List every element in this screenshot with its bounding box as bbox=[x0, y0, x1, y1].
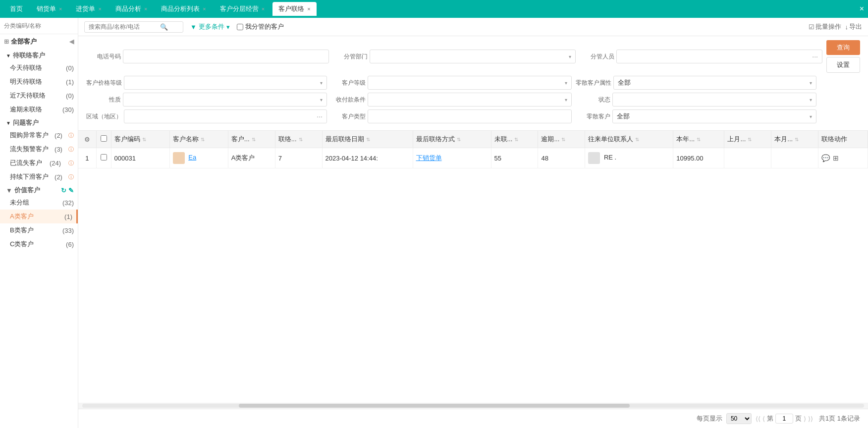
sidebar-item-tomorrow[interactable]: 明天待联络 (1) bbox=[0, 75, 78, 89]
tab-analysis-list-close[interactable]: × bbox=[203, 6, 206, 12]
last-page-button[interactable]: ⟩⟩ bbox=[808, 415, 813, 423]
sort-icon-customer-type[interactable]: ⇅ bbox=[252, 137, 256, 142]
tab-analysis-close[interactable]: × bbox=[144, 6, 147, 12]
close-all-button[interactable]: × bbox=[860, 4, 864, 13]
sidebar-item-class-b[interactable]: B类客户 (33) bbox=[0, 223, 78, 237]
tab-purchase[interactable]: 进货单 × bbox=[70, 2, 107, 16]
qrcode-icon[interactable]: ⊞ bbox=[833, 154, 839, 162]
row-checkbox[interactable] bbox=[101, 154, 107, 160]
filter-icon: ▼ bbox=[190, 23, 197, 31]
first-page-button[interactable]: ⟨⟨ bbox=[756, 415, 760, 423]
th-gear: ⚙ bbox=[78, 131, 96, 148]
tab-sales[interactable]: 销货单 × bbox=[31, 2, 68, 16]
sort-icon-last-contact-date[interactable]: ⇅ bbox=[366, 137, 370, 142]
filter-manager-select[interactable]: ··· bbox=[616, 50, 822, 63]
customer-name[interactable]: Ea bbox=[188, 154, 196, 161]
sort-icon-not-contacted[interactable]: ⇅ bbox=[514, 137, 518, 142]
query-button[interactable]: 查询 bbox=[826, 40, 860, 55]
th-actions-label: 联络动作 bbox=[821, 135, 847, 143]
sort-icon-code[interactable]: ⇅ bbox=[142, 137, 146, 142]
sort-icon-this-month[interactable]: ⇅ bbox=[795, 137, 799, 142]
search-icon[interactable]: 🔍 bbox=[160, 23, 168, 31]
horizontal-scrollbar[interactable] bbox=[78, 403, 868, 409]
sidebar-item-overdue[interactable]: 逾期未联络 (30) bbox=[0, 103, 78, 116]
not-contacted-value: 55 bbox=[494, 155, 501, 162]
tab-sales-close[interactable]: × bbox=[59, 6, 62, 12]
filter-nature-select[interactable]: ▾ bbox=[123, 93, 327, 107]
filter-phone-input[interactable] bbox=[123, 50, 329, 63]
td-customer-type: A类客户 bbox=[228, 148, 275, 168]
filter-customer-level-select[interactable]: ▾ bbox=[368, 76, 572, 90]
sort-icon-overdue[interactable]: ⇅ bbox=[561, 137, 565, 142]
sidebar-group-value-label: 价值客户 bbox=[14, 186, 40, 195]
my-customers-checkbox[interactable] bbox=[237, 24, 243, 30]
chat-icon[interactable]: 💬 bbox=[821, 154, 830, 162]
sort-icon-last-contact-method[interactable]: ⇅ bbox=[457, 137, 461, 142]
unit-contact-value: RE . bbox=[604, 154, 616, 161]
sidebar-item-churn-warning[interactable]: 流失预警客户 (3) ⓘ bbox=[0, 142, 78, 156]
export-button[interactable]: ↓ 导出 bbox=[845, 22, 863, 31]
prev-page-button[interactable]: ⟨ bbox=[762, 415, 765, 423]
sidebar-item-7days[interactable]: 近7天待联络 (0) bbox=[0, 89, 78, 103]
search-input[interactable] bbox=[89, 23, 158, 30]
tab-purchase-close[interactable]: × bbox=[98, 6, 101, 12]
sidebar-collapse-icon[interactable]: ◀ bbox=[69, 38, 74, 45]
filter-payment-select[interactable]: ▾ bbox=[368, 93, 572, 107]
sidebar-item-churned[interactable]: 已流失客户 (24) ⓘ bbox=[0, 156, 78, 170]
tab-analysis-list[interactable]: 商品分析列表 × bbox=[155, 2, 212, 16]
sidebar-item-class-a[interactable]: A类客户 (1) bbox=[0, 210, 78, 223]
sort-icon-contacts[interactable]: ⇅ bbox=[299, 137, 303, 142]
sort-icon-last-month[interactable]: ⇅ bbox=[748, 137, 752, 142]
filter-retail-attr-value: 全部 bbox=[618, 78, 631, 87]
sidebar-item-ungrouped[interactable]: 未分组 (32) bbox=[0, 196, 78, 210]
gear-icon[interactable]: ⚙ bbox=[84, 136, 90, 143]
per-page-select[interactable]: 50 100 200 bbox=[726, 413, 752, 424]
scrollbar-thumb[interactable] bbox=[239, 404, 630, 408]
page-number-input[interactable] bbox=[775, 414, 793, 424]
next-page-button[interactable]: ⟩ bbox=[804, 415, 806, 423]
th-unit-contact: 往来单位联系人 ⇅ bbox=[585, 131, 673, 148]
sidebar-all-customers[interactable]: ⊞ 全部客户 ◀ bbox=[0, 34, 78, 49]
edit-icon[interactable]: ✎ bbox=[68, 187, 74, 194]
filter-region-select[interactable]: ··· bbox=[124, 109, 327, 123]
refresh-icon[interactable]: ↻ bbox=[61, 187, 66, 194]
sidebar-group-problem[interactable]: ▼ 问题客户 bbox=[0, 116, 78, 128]
sort-icon-name[interactable]: ⇅ bbox=[201, 137, 205, 142]
sidebar-search-input[interactable] bbox=[4, 22, 78, 29]
settings-button[interactable]: 设置 bbox=[826, 57, 860, 73]
td-row-actions: 💬 ⊞ bbox=[818, 148, 868, 168]
filter-status-select[interactable]: ▾ bbox=[612, 93, 816, 107]
filter-row-4: 区域（地区） ··· 客户类型 零散客户 全部 ▾ bbox=[86, 109, 860, 123]
tab-home[interactable]: 首页 bbox=[4, 2, 29, 16]
sidebar-item-declining[interactable]: 持续下滑客户 (2) ⓘ bbox=[0, 170, 78, 184]
tab-customer-contact-close[interactable]: × bbox=[307, 6, 310, 12]
per-page-label: 每页显示 bbox=[697, 414, 722, 423]
last-contact-date-value: 2023-04-12 14:44: bbox=[326, 155, 378, 162]
select-all-checkbox[interactable] bbox=[101, 135, 107, 142]
sort-icon-year-amount[interactable]: ⇅ bbox=[697, 137, 701, 142]
customer-code: 000031 bbox=[114, 155, 136, 162]
sidebar-item-today[interactable]: 今天待联络 (0) bbox=[0, 61, 78, 75]
tab-customer-layer-close[interactable]: × bbox=[262, 6, 265, 12]
more-filters-button[interactable]: ▼ 更多条件 ▾ bbox=[187, 21, 233, 33]
filter-retail-select[interactable]: 全部 ▾ bbox=[612, 109, 816, 123]
tab-analysis[interactable]: 商品分析 × bbox=[109, 2, 153, 16]
filter-payment-label: 收付款条件 bbox=[331, 96, 366, 104]
sidebar-item-ungrouped-label: 未分组 bbox=[10, 198, 29, 207]
sidebar-group-pending[interactable]: ▼ 待联络客户 bbox=[0, 49, 78, 61]
filter-price-level-select[interactable]: ▾ bbox=[124, 76, 327, 90]
tab-customer-contact[interactable]: 客户联络 × bbox=[272, 2, 316, 16]
last-contact-method-value[interactable]: 下销货单 bbox=[416, 154, 442, 161]
filter-customer-type-input[interactable] bbox=[368, 109, 572, 123]
sidebar-group-value[interactable]: ▼ 价值客户 ↻ ✎ bbox=[0, 184, 78, 196]
toolbar: 🔍 ▼ 更多条件 ▾ 我分管的客户 ☑ 批量操作 ↓ 导出 bbox=[78, 18, 868, 36]
tab-customer-layer[interactable]: 客户分层经营 × bbox=[214, 2, 271, 16]
sidebar-item-hoarding[interactable]: 囤购异常客户 (2) ⓘ bbox=[0, 128, 78, 142]
filter-retail-value: 全部 bbox=[617, 112, 630, 121]
filter-retail-attr-select[interactable]: 全部 ▾ bbox=[613, 76, 816, 90]
sort-icon-unit-contact[interactable]: ⇅ bbox=[635, 137, 639, 142]
filter-department-select[interactable]: ▾ bbox=[370, 50, 576, 63]
th-code: 客户编码 ⇅ bbox=[111, 131, 169, 148]
batch-operations-button[interactable]: ☑ 批量操作 bbox=[809, 22, 841, 31]
sidebar-item-class-c[interactable]: C类客户 (6) bbox=[0, 237, 78, 251]
